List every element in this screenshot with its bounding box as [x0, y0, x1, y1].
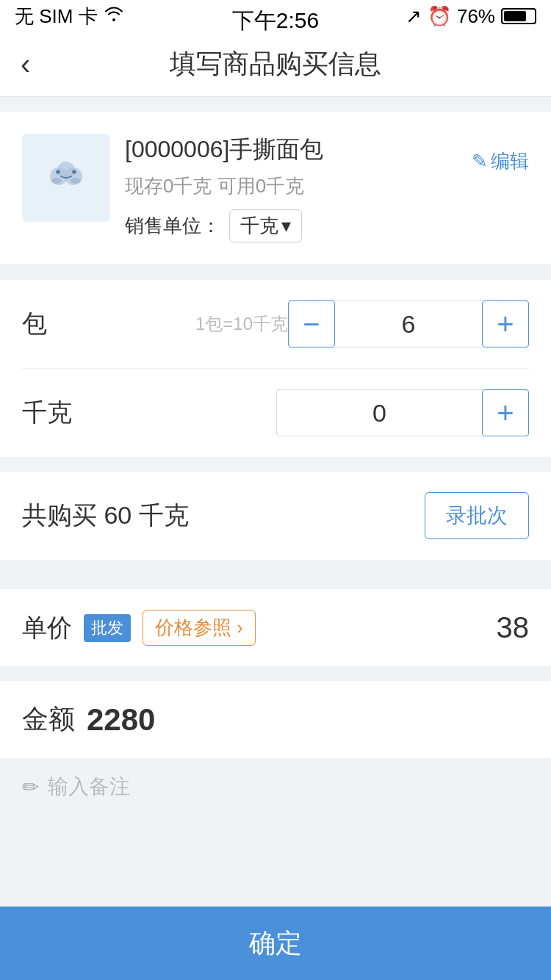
quantity-section: 包 1包=10千克 − + 千克 + — [0, 280, 551, 457]
product-stock: 现存0千克 可用0千克 — [125, 173, 529, 199]
bag-qty-row: 包 1包=10千克 − + — [22, 280, 529, 369]
svg-point-6 — [57, 171, 60, 173]
bag-decrease-button[interactable]: − — [288, 300, 335, 347]
status-left: 无 SIM 卡 — [15, 4, 124, 29]
price-value: 38 — [497, 611, 530, 644]
price-section: 单价 批发 价格参照 › 38 — [0, 589, 551, 666]
kg-qty-row: 千克 + — [22, 369, 529, 457]
bag-increase-button[interactable]: + — [482, 300, 529, 347]
back-button[interactable]: ‹ — [21, 48, 30, 81]
price-label: 单价 — [22, 611, 72, 645]
svg-point-3 — [51, 178, 62, 184]
svg-point-2 — [57, 162, 75, 179]
battery-percent: 76% — [457, 5, 495, 28]
confirm-label: 确定 — [249, 926, 302, 962]
product-card: [0000006]手撕面包 现存0千克 可用0千克 销售单位： 千克 ▾ ✎ 编… — [0, 112, 551, 265]
unit-select[interactable]: 千克 ▾ — [229, 209, 302, 242]
svg-point-8 — [73, 171, 76, 173]
kg-qty-input[interactable] — [276, 389, 482, 436]
battery-bar — [501, 8, 536, 24]
batch-button[interactable]: 录批次 — [425, 492, 529, 539]
divider-1 — [0, 560, 551, 574]
amount-value: 2280 — [87, 702, 155, 738]
product-info: [0000006]手撕面包 现存0千克 可用0千克 销售单位： 千克 ▾ — [125, 134, 529, 242]
product-unit-row: 销售单位： 千克 ▾ — [125, 209, 529, 242]
product-image — [22, 134, 110, 222]
pencil-icon: ✏ — [22, 775, 39, 799]
edit-button[interactable]: ✎ 编辑 — [472, 148, 529, 174]
unit-label: 销售单位： — [125, 213, 220, 239]
kg-increase-button[interactable]: + — [482, 389, 529, 436]
edit-icon: ✎ — [472, 150, 488, 173]
confirm-button[interactable]: 确定 — [0, 907, 551, 980]
alarm-icon: ⏰ — [428, 5, 451, 28]
remark-row[interactable]: ✏ 输入备注 — [0, 758, 551, 815]
bag-hint: 1包=10千克 — [195, 312, 288, 336]
battery-fill — [504, 11, 526, 21]
bag-qty-controls: − + — [288, 300, 529, 347]
remark-placeholder: 输入备注 — [48, 773, 130, 801]
divider-2 — [0, 666, 551, 681]
kg-label: 千克 — [22, 398, 72, 426]
price-ref-button[interactable]: 价格参照 › — [143, 610, 256, 646]
summary-text: 共购买 60 千克 — [22, 499, 189, 533]
bag-label: 包 — [22, 307, 188, 341]
status-bar: 无 SIM 卡 下午2:56 ↗ ⏰ 76% — [0, 0, 551, 32]
status-right: ↗ ⏰ 76% — [406, 5, 536, 28]
dropdown-icon: ▾ — [281, 215, 291, 237]
wifi-icon — [104, 6, 124, 26]
summary-section: 共购买 60 千克 录批次 — [0, 472, 551, 560]
time-display: 下午2:56 — [232, 6, 319, 36]
kg-qty-controls: + — [276, 389, 529, 436]
bag-qty-input[interactable] — [335, 300, 482, 347]
carrier-text: 无 SIM 卡 — [15, 4, 98, 29]
svg-point-4 — [71, 178, 81, 184]
page-title: 填写商品购买信息 — [170, 46, 381, 82]
price-badge: 批发 — [84, 614, 131, 642]
amount-section: 金额 2280 ✏ 输入备注 — [0, 681, 551, 815]
location-icon: ↗ — [406, 5, 422, 28]
product-name: [0000006]手撕面包 — [125, 134, 529, 166]
amount-row: 金额 2280 — [0, 681, 551, 758]
nav-bar: ‹ 填写商品购买信息 — [0, 32, 551, 97]
amount-label: 金额 — [22, 702, 75, 738]
